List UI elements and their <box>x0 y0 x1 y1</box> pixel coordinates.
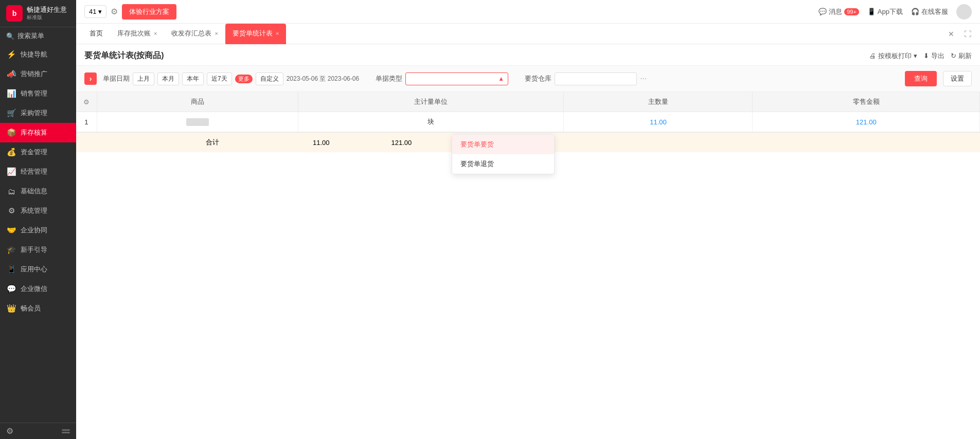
type-input[interactable] <box>405 72 508 85</box>
user-avatar[interactable] <box>956 4 972 20</box>
tab-close-2[interactable]: × <box>215 30 218 36</box>
quantity-link-0[interactable]: 11.00 <box>650 118 667 126</box>
tab-要货单统计表[interactable]: 要货单统计表 × <box>225 24 286 44</box>
sidebar-item-采购管理[interactable]: 🛒 采购管理 <box>0 103 76 123</box>
tab-label-1: 库存批次账 <box>117 29 151 38</box>
footer-nums: 11.00 121.00 <box>225 139 412 147</box>
sidebar-item-畅会员[interactable]: 👑 畅会员 <box>0 299 76 318</box>
sidebar-icon-10: 🎓 <box>6 245 16 254</box>
footer-quantity: 11.00 <box>313 139 330 147</box>
filter-expand-btn[interactable]: › <box>84 72 97 85</box>
date-this-month-btn[interactable]: 本月 <box>157 72 179 85</box>
print-button[interactable]: 🖨 按模板打印 ▾ <box>869 51 917 61</box>
warehouse-filter-group: 要货仓库 ··· <box>525 72 647 85</box>
more-options-icon[interactable]: ··· <box>640 74 647 83</box>
export-button[interactable]: ⬇ 导出 <box>923 51 945 61</box>
amount-link-0[interactable]: 121.00 <box>856 118 877 126</box>
dropdown-item-0[interactable]: 要货单要货 <box>452 135 554 154</box>
sidebar-logo: b 畅捷通好生意 标准版 <box>0 0 76 27</box>
dropdown-item-1[interactable]: 要货单退货 <box>452 154 554 174</box>
header-settings-icon[interactable]: ⚙ <box>111 7 118 16</box>
tab-收发存汇总表[interactable]: 收发存汇总表 × <box>164 24 225 44</box>
sidebar-label-7: 基础信息 <box>21 187 47 196</box>
date-more-badge[interactable]: 更多 <box>235 75 253 83</box>
tab-close-3[interactable]: × <box>276 30 279 36</box>
tab-label-3: 要货单统计表 <box>233 29 273 38</box>
chevron-down-icon: ▾ <box>98 8 102 15</box>
settings-button[interactable]: 设置 <box>943 71 972 86</box>
sidebar-icon-11: 📱 <box>6 265 16 274</box>
type-arrow-icon[interactable]: ▲ <box>498 75 504 82</box>
sidebar: b 畅捷通好生意 标准版 🔍 搜索菜单 ⚡ 快捷导航 📣 营销推广 📊 销售管理… <box>0 0 76 439</box>
sidebar-bottom: ⚙ <box>0 423 76 439</box>
print-label: 按模板打印 <box>878 51 912 61</box>
sidebar-item-资金管理[interactable]: 💰 资金管理 <box>0 142 76 162</box>
page-actions: 🖨 按模板打印 ▾ ⬇ 导出 ↻ 刷新 <box>869 51 972 61</box>
scroll-indicator[interactable] <box>62 429 70 433</box>
warehouse-input[interactable] <box>555 72 637 85</box>
sidebar-item-系统管理[interactable]: ⚙ 系统管理 <box>0 201 76 221</box>
table-wrap: ⚙ 商品 主计量单位 主数量 零售金额 1 <box>76 92 980 132</box>
store-selector[interactable]: 41 ▾ <box>84 5 106 18</box>
sidebar-icon-7: 🗂 <box>6 187 16 196</box>
date-custom-btn[interactable]: 自定义 <box>256 72 283 85</box>
date-7days-btn[interactable]: 近7天 <box>207 72 232 85</box>
page-body: 要货单统计表(按商品) 🖨 按模板打印 ▾ ⬇ 导出 ↻ 刷新 › <box>76 44 980 439</box>
tab-home[interactable]: 首页 <box>82 24 110 44</box>
th-settings: ⚙ <box>76 92 97 112</box>
sidebar-label-8: 系统管理 <box>21 206 47 215</box>
store-name: 41 <box>89 8 96 15</box>
tab-expand-btn[interactable]: ⛶ <box>961 28 974 40</box>
type-input-wrap: ▲ <box>405 72 508 85</box>
sidebar-item-新手引导[interactable]: 🎓 新手引导 <box>0 240 76 260</box>
refresh-button[interactable]: ↻ 刷新 <box>951 51 972 61</box>
online-service-label: 在线客服 <box>921 7 948 16</box>
message-button[interactable]: 💬 消息 99+ <box>818 7 859 16</box>
table-row: 1 块 11.00 121.00 <box>76 112 980 132</box>
column-settings-icon[interactable]: ⚙ <box>83 98 90 106</box>
sidebar-label-6: 经营管理 <box>21 167 47 176</box>
online-service-button[interactable]: 🎧 在线客服 <box>911 7 948 16</box>
app-download-button[interactable]: 📱 App下载 <box>867 7 903 16</box>
th-product: 商品 <box>97 92 298 112</box>
sidebar-item-经营管理[interactable]: 📈 经营管理 <box>0 162 76 181</box>
sidebar-item-基础信息[interactable]: 🗂 基础信息 <box>0 181 76 201</box>
query-button[interactable]: 查询 <box>905 71 937 86</box>
trial-button[interactable]: 体验行业方案 <box>122 4 176 20</box>
sidebar-icon-1: 📣 <box>6 69 16 79</box>
warehouse-label: 要货仓库 <box>525 74 551 83</box>
tab-库存批次账[interactable]: 库存批次账 × <box>110 24 164 44</box>
sidebar-icon-3: 🛒 <box>6 108 16 118</box>
sidebar-item-应用中心[interactable]: 📱 应用中心 <box>0 260 76 279</box>
date-filter-group: 单据日期 上月 本月 本年 近7天 更多 自定义 2023-05-06 至 20… <box>103 72 359 85</box>
sidebar-label-2: 销售管理 <box>21 89 47 98</box>
page-title: 要货单统计表(按商品) <box>84 50 164 61</box>
sidebar-label-10: 新手引导 <box>21 245 47 254</box>
app-version: 标准版 <box>27 14 67 21</box>
export-icon: ⬇ <box>923 52 929 60</box>
date-this-year-btn[interactable]: 本年 <box>182 72 204 85</box>
sidebar-icon-9: 🤝 <box>6 226 16 235</box>
sidebar-item-营销推广[interactable]: 📣 营销推广 <box>0 64 76 84</box>
date-last-month-btn[interactable]: 上月 <box>133 72 154 85</box>
tab-close-1[interactable]: × <box>154 30 157 36</box>
app-download-label: App下载 <box>878 7 903 16</box>
settings-icon[interactable]: ⚙ <box>6 426 13 436</box>
table-header-row: ⚙ 商品 主计量单位 主数量 零售金额 <box>76 92 980 112</box>
sidebar-label-13: 畅会员 <box>21 304 41 313</box>
sidebar-icon-12: 💬 <box>6 284 16 294</box>
search-menu[interactable]: 🔍 搜索菜单 <box>0 27 76 45</box>
sidebar-item-企业微信[interactable]: 💬 企业微信 <box>0 279 76 299</box>
sidebar-label-11: 应用中心 <box>21 265 47 274</box>
sidebar-item-企业协同[interactable]: 🤝 企业协同 <box>0 221 76 240</box>
tab-close-all-btn[interactable]: ✕ <box>945 28 957 40</box>
print-arrow-icon: ▾ <box>914 52 917 60</box>
sidebar-item-快捷导航[interactable]: ⚡ 快捷导航 <box>0 45 76 64</box>
tabs-actions: ✕ ⛶ <box>945 28 974 40</box>
sidebar-icon-2: 📊 <box>6 89 16 98</box>
cell-product-0 <box>97 112 298 132</box>
sidebar-item-库存核算[interactable]: 📦 库存核算 <box>0 123 76 142</box>
th-unit: 主计量单位 <box>298 92 564 112</box>
sidebar-item-销售管理[interactable]: 📊 销售管理 <box>0 84 76 103</box>
search-menu-label: 搜索菜单 <box>17 31 44 41</box>
